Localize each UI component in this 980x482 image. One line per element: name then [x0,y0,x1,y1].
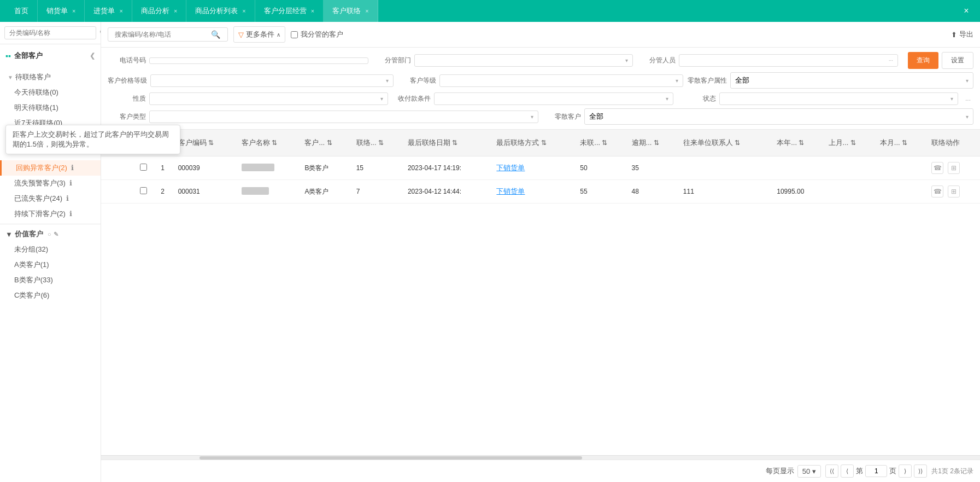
scrollbar-thumb[interactable] [199,456,582,460]
close-icon[interactable]: × [72,8,75,14]
sidebar-item-tomorrow-pending[interactable]: 明天待联络(1) [0,100,101,115]
sidebar-item-b-class[interactable]: B类客户(33) [0,272,101,288]
col-contact-count[interactable]: 联络... ⇅ [352,130,403,156]
nav-tab-purchase[interactable]: 进货单 × [85,0,132,22]
filter-gender: 性质 ▾ [108,92,388,105]
arrow-down-icon: ▼ [8,74,13,80]
search-input[interactable] [113,28,211,41]
close-icon[interactable]: × [119,8,122,14]
col-customer-name[interactable]: 客户名称 ⇅ [237,130,301,156]
sidebar: 🔍 ▪▪ 全部客户 ❮ ▼ 待联络客户 今天待联络(0) 明天待联络(1) 近7… [0,22,101,482]
sidebar-all-customers-header[interactable]: ▪▪ 全部客户 ❮ [0,48,101,64]
filter-phone-input[interactable] [149,57,368,64]
filter-dept-select[interactable]: ▾ [414,54,633,67]
row-settings-cell [101,156,136,180]
col-overdue[interactable]: 逾期... ⇅ [627,130,679,156]
sidebar-item-churn-warning[interactable]: 流失预警客户(3) ℹ [0,176,101,191]
row-unit-contact-cell [679,156,772,180]
last-page-button[interactable]: ⟩⟩ [914,464,927,478]
query-button[interactable]: 查询 [908,52,938,69]
info-icon: ℹ [69,210,72,218]
filter-phone: 电话号码 [108,56,368,65]
horizontal-scrollbar[interactable] [101,455,980,460]
action-icons: ☎ ⊞ [931,162,976,174]
info-icon: ℹ [69,179,72,187]
nav-tab-customer-tier[interactable]: 客户分层经营 × [255,0,324,22]
chevron-down-icon: ▾ [666,96,668,102]
window-close-button[interactable]: × [958,3,975,19]
prev-page-button[interactable]: ⟨ [841,464,854,478]
row-level-cell: A类客户 [300,180,351,204]
sidebar-search-input[interactable] [4,26,96,39]
sidebar-item-declining[interactable]: 持续下滑客户(2) ℹ [0,206,101,222]
filter-gender-select[interactable]: ▾ [149,92,388,105]
contact-icon-btn[interactable]: ☎ [931,185,943,198]
per-page-select[interactable]: 50 ▾ [797,465,821,478]
nav-tab-home[interactable]: 首页 [5,0,38,22]
my-customers-checkbox[interactable] [291,31,298,38]
col-last-contact-date[interactable]: 最后联络日期 ⇅ [403,130,492,156]
grid-icon-btn[interactable]: ⊞ [948,162,960,174]
filter-price-level-select[interactable]: ▾ [150,74,394,87]
nav-tab-sales[interactable]: 销货单 × [38,0,85,22]
close-icon[interactable]: × [311,8,314,14]
col-this-month[interactable]: 本月... ⇅ [876,130,927,156]
last-method-link[interactable]: 下销货单 [496,187,525,195]
col-uncontacted[interactable]: 未联... ⇅ [576,130,627,156]
more-conditions-button[interactable]: ▽ 更多条件 ∧ [233,26,285,43]
close-icon[interactable]: × [365,8,368,14]
chevron-down-icon: ▾ [812,467,816,475]
row-code-cell: 000039 [174,156,237,180]
sidebar-collapse-icon[interactable]: ❮ [90,52,95,60]
col-this-year[interactable]: 本年... ⇅ [772,130,824,156]
page-number-input[interactable] [865,465,887,477]
sidebar-item-c-class[interactable]: C类客户(6) [0,288,101,303]
col-customer-level[interactable]: 客户... ⇅ [300,130,351,156]
sidebar-divider [0,224,101,224]
total-info: 共1页 2条记录 [931,467,973,476]
nav-tab-customer-contact[interactable]: 客户联络 × [324,0,378,22]
last-method-link[interactable]: 下销货单 [496,164,525,172]
nav-tab-product-analysis[interactable]: 商品分析 × [132,0,186,22]
filter-more-button[interactable]: ... [963,92,973,105]
sidebar-item-a-class[interactable]: A类客户(1) [0,257,101,272]
next-page-button[interactable]: ⟩ [899,464,912,478]
chevron-down-icon: ▾ [966,114,969,120]
filter-retail-customer-select[interactable]: 全部 ▾ [584,108,973,125]
row-num-cell: 2 [152,180,174,204]
sidebar-item-repurchase-abnormal[interactable]: 回购异常客户(2) ℹ [0,160,101,176]
col-unit-contact[interactable]: 往来单位联系人 ⇅ [679,130,772,156]
sidebar-item-today-pending[interactable]: 今天待联络(0) [0,85,101,100]
sidebar-item-ungrouped[interactable]: 未分组(32) [0,242,101,257]
row-checkbox[interactable] [140,187,147,194]
filter-retail-attr-select[interactable]: 全部 ▾ [730,72,973,89]
filter-status: 状态 ▾ [678,92,958,105]
nav-tab-product-analysis-list[interactable]: 商品分析列表 × [186,0,255,22]
col-customer-code[interactable]: 客户编码 ⇅ [174,130,237,156]
edit-icon[interactable]: ✎ [54,231,58,238]
search-icon[interactable]: 🔍 [211,30,220,39]
row-contact-cell: 7 [352,180,403,204]
sidebar-pending-group-header[interactable]: ▼ 待联络客户 [0,69,101,85]
filter-status-select[interactable]: ▾ [719,92,958,105]
grid-icon-btn[interactable]: ⊞ [948,185,960,198]
filter-panel: 电话号码 分管部门 ▾ 分管人员 ··· [101,48,980,130]
contact-icon-btn[interactable]: ☎ [931,162,943,174]
filter-customer-type-select[interactable]: ▾ [149,111,538,123]
filter-manager-select[interactable]: ··· [679,54,898,67]
filter-customer-level-select[interactable]: ▾ [439,74,684,87]
close-icon[interactable]: × [242,8,245,14]
close-icon[interactable]: × [174,8,177,14]
sidebar-item-churned[interactable]: 已流失客户(24) ℹ [0,191,101,206]
chevron-down-icon: ▾ [950,96,953,102]
col-last-month[interactable]: 上月... ⇅ [824,130,876,156]
settings-button[interactable]: 设置 [942,52,973,69]
col-last-contact-method[interactable]: 最后联络方式 ⇅ [492,130,576,156]
export-button[interactable]: ⬆ 导出 [951,30,973,39]
row-checkbox[interactable] [140,164,147,171]
first-page-button[interactable]: ⟨⟨ [825,464,838,478]
filter-payment-select[interactable]: ▾ [434,92,673,105]
filter-icon: ▽ [238,31,244,39]
filter-customer-level: 客户等级 ▾ [398,74,684,87]
sidebar-value-customers-header[interactable]: ▼ 价值客户 ○ ✎ [0,227,101,242]
